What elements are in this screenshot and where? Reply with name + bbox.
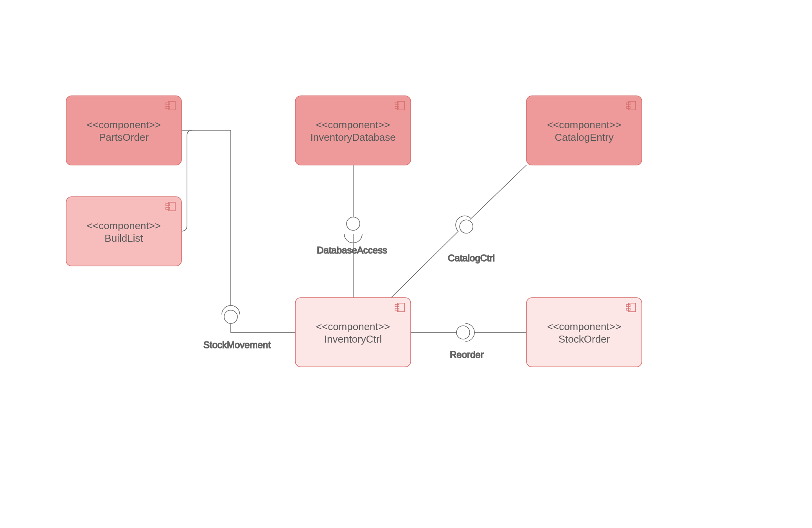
edge-catalogctrl-inventoryctrl: [391, 231, 458, 298]
component-parts-order[interactable]: <<component>>PartsOrder: [66, 96, 181, 165]
svg-rect-12: [526, 96, 642, 165]
uml-component-diagram: StockMovement DatabaseAccess CatalogCtrl…: [0, 0, 812, 528]
svg-point-3: [456, 326, 470, 339]
component-name: StockOrder: [559, 333, 610, 345]
svg-rect-4: [66, 96, 181, 165]
component-stereotype: <<component>>: [547, 321, 621, 332]
component-catalog-entry[interactable]: <<component>>CatalogEntry: [526, 96, 642, 165]
interface-database-access: DatabaseAccess: [317, 217, 387, 255]
svg-rect-8: [295, 96, 411, 165]
component-stereotype: <<component>>: [316, 119, 390, 131]
interface-stock-movement: StockMovement: [203, 305, 271, 350]
component-stereotype: <<component>>: [547, 119, 621, 131]
component-inventory-ctrl[interactable]: <<component>>InventoryCtrl: [295, 298, 411, 367]
interface-label: CatalogCtrl: [448, 253, 495, 263]
component-stock-order[interactable]: <<component>>StockOrder: [526, 298, 642, 367]
component-inventory-database[interactable]: <<component>>InventoryDatabase: [295, 96, 411, 165]
component-name: InventoryDatabase: [310, 131, 395, 143]
svg-rect-24: [526, 298, 642, 367]
svg-point-2: [457, 217, 476, 236]
component-build-list[interactable]: <<component>>BuildList: [66, 197, 181, 266]
component-name: PartsOrder: [99, 131, 149, 143]
edge-stockmovement-inventoryctrl: [231, 323, 295, 332]
interface-reorder: Reorder: [450, 323, 484, 360]
interface-label: DatabaseAccess: [317, 245, 387, 255]
components: <<component>>PartsOrder<<component>>Inve…: [66, 96, 642, 367]
interface-label: Reorder: [450, 349, 484, 360]
edge-buildlist-stockmovement: [181, 130, 192, 231]
edge-catalogentry-catalogctrl: [470, 165, 526, 219]
component-stereotype: <<component>>: [87, 119, 161, 131]
component-name: CatalogEntry: [555, 131, 613, 143]
edge-partsorder-stockmovement: [181, 130, 231, 305]
interface-label: StockMovement: [203, 339, 271, 350]
component-stereotype: <<component>>: [87, 220, 161, 232]
svg-rect-16: [66, 197, 181, 266]
component-stereotype: <<component>>: [316, 321, 390, 332]
svg-rect-20: [295, 298, 411, 367]
component-name: InventoryCtrl: [324, 333, 382, 345]
svg-point-0: [224, 310, 237, 323]
interface-catalog-ctrl: CatalogCtrl: [448, 212, 495, 263]
component-name: BuildList: [104, 232, 143, 244]
svg-point-1: [347, 217, 360, 230]
